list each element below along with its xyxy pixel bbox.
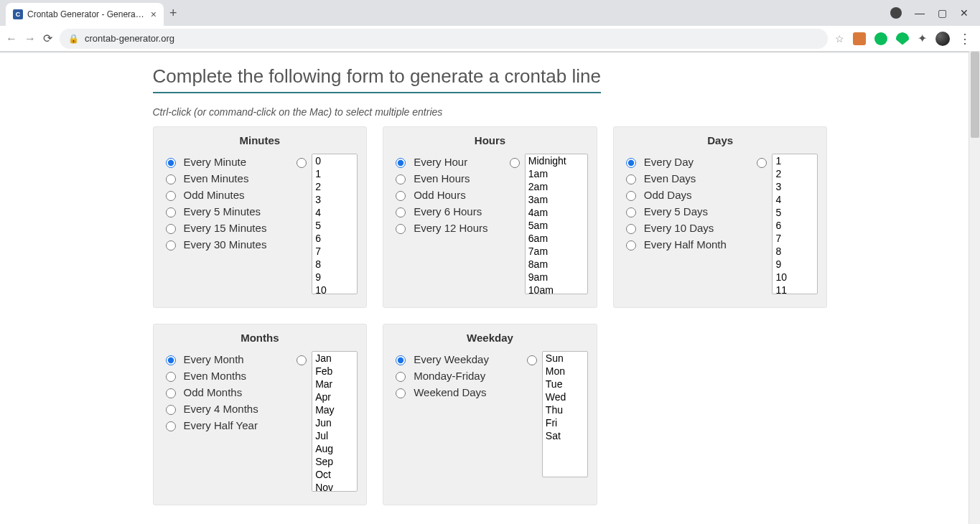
days-radio[interactable]: [626, 240, 636, 251]
days-option-label: Every Half Month: [644, 238, 727, 251]
minutes-radio[interactable]: [166, 191, 176, 201]
hours-option[interactable]: Every 6 Hours: [392, 203, 502, 220]
avatar[interactable]: [935, 32, 950, 46]
hours-radio[interactable]: [396, 158, 406, 168]
panel-months-title: Months: [162, 332, 358, 344]
extensions-icon[interactable]: ✦: [918, 32, 927, 45]
toolbar-right: ☆ ✦ ⋮: [835, 31, 974, 47]
page-title: Complete the following form to generate …: [153, 65, 601, 93]
extension-icon[interactable]: [853, 32, 866, 45]
browser-tab[interactable]: C Crontab Generator - Generate cr ×: [6, 3, 164, 26]
browser-toolbar: ← → ⟳ 🔒 crontab-generator.org ☆ ✦ ⋮: [0, 26, 980, 52]
minutes-radio[interactable]: [166, 224, 176, 234]
months-radio[interactable]: [166, 405, 176, 415]
weekday-radio[interactable]: [396, 355, 406, 365]
minutes-option-label: Every 15 Minutes: [184, 222, 267, 234]
weekday-select[interactable]: SunMonTueWedThuFriSat: [542, 351, 588, 477]
days-option[interactable]: Odd Days: [622, 187, 750, 203]
hours-radio-group: Every HourEven HoursOdd HoursEvery 6 Hou…: [392, 154, 502, 236]
hours-option-label: Every Hour: [414, 156, 467, 168]
minutes-option[interactable]: Every 15 Minutes: [162, 220, 289, 236]
page-scrollbar[interactable]: [969, 52, 980, 524]
days-specific-radio[interactable]: [757, 158, 767, 168]
weekday-specific-radio[interactable]: [527, 355, 537, 365]
days-radio[interactable]: [626, 174, 636, 184]
weekday-radio[interactable]: [396, 388, 406, 398]
shield-icon[interactable]: [896, 32, 909, 45]
address-bar[interactable]: 🔒 crontab-generator.org: [60, 29, 828, 49]
months-option[interactable]: Every Month: [162, 351, 289, 368]
minutes-radio[interactable]: [166, 174, 176, 184]
days-option[interactable]: Every 5 Days: [622, 203, 750, 220]
hours-radio[interactable]: [396, 191, 406, 201]
grammarly-icon[interactable]: [874, 32, 887, 45]
days-radio[interactable]: [626, 191, 636, 201]
days-option[interactable]: Even Days: [622, 170, 750, 187]
minutes-option[interactable]: Odd Minutes: [162, 187, 289, 203]
months-radio[interactable]: [166, 372, 176, 382]
scrollbar-thumb[interactable]: [971, 52, 979, 138]
days-option[interactable]: Every 10 Days: [622, 220, 750, 236]
account-icon[interactable]: [890, 7, 902, 19]
weekday-option[interactable]: Weekend Days: [392, 384, 519, 401]
new-tab-button[interactable]: +: [169, 6, 177, 21]
days-select[interactable]: 123456789101112131415: [772, 154, 818, 294]
menu-icon[interactable]: ⋮: [958, 31, 970, 47]
panel-hours-title: Hours: [392, 134, 588, 146]
close-icon[interactable]: ×: [151, 9, 157, 20]
hours-option[interactable]: Every 12 Hours: [392, 220, 502, 236]
panel-months: Months Every MonthEven MonthsOdd MonthsE…: [153, 324, 368, 505]
days-radio[interactable]: [626, 158, 636, 168]
days-option-label: Every Day: [644, 156, 694, 168]
hours-option[interactable]: Odd Hours: [392, 187, 502, 203]
maximize-button[interactable]: ▢: [938, 7, 947, 19]
days-option-label: Even Days: [644, 172, 696, 184]
minutes-option[interactable]: Every 30 Minutes: [162, 236, 289, 253]
minutes-radio[interactable]: [166, 207, 176, 217]
minutes-option[interactable]: Every Minute: [162, 154, 289, 170]
hours-option[interactable]: Every Hour: [392, 154, 502, 170]
minutes-option[interactable]: Every 5 Minutes: [162, 203, 289, 220]
back-button[interactable]: ←: [6, 32, 17, 45]
days-option[interactable]: Every Day: [622, 154, 750, 170]
days-option-label: Every 5 Days: [644, 205, 708, 217]
panel-days-title: Days: [622, 134, 818, 146]
months-radio[interactable]: [166, 355, 176, 365]
minimize-button[interactable]: —: [915, 7, 925, 19]
minutes-option[interactable]: Even Minutes: [162, 170, 289, 187]
months-option[interactable]: Every Half Year: [162, 417, 289, 434]
hours-radio[interactable]: [396, 207, 406, 217]
minutes-radio[interactable]: [166, 240, 176, 251]
hours-radio[interactable]: [396, 224, 406, 234]
minutes-radio[interactable]: [166, 158, 176, 168]
weekday-option[interactable]: Monday-Friday: [392, 368, 519, 384]
forward-button[interactable]: →: [24, 32, 36, 45]
months-option[interactable]: Every 4 Months: [162, 401, 289, 417]
weekday-option[interactable]: Every Weekday: [392, 351, 519, 368]
hours-select[interactable]: Midnight1am2am3am4am5am6am7am8am9am10am1…: [525, 154, 588, 294]
hours-specific-radio[interactable]: [510, 158, 520, 168]
help-text: Ctrl-click (or command-click on the Mac)…: [153, 106, 828, 118]
months-option[interactable]: Even Months: [162, 368, 289, 384]
months-specific-radio[interactable]: [297, 355, 307, 365]
hours-option[interactable]: Even Hours: [392, 170, 502, 187]
days-radio[interactable]: [626, 224, 636, 234]
weekday-option-label: Weekend Days: [414, 386, 486, 398]
panel-minutes: Minutes Every MinuteEven MinutesOdd Minu…: [153, 126, 368, 308]
months-radio[interactable]: [166, 388, 176, 398]
weekday-radio[interactable]: [396, 372, 406, 382]
close-window-button[interactable]: ✕: [960, 7, 969, 19]
hours-option-label: Odd Hours: [414, 189, 466, 201]
reload-button[interactable]: ⟳: [43, 32, 52, 45]
months-option-label: Every 4 Months: [184, 403, 258, 415]
minutes-select[interactable]: 0123456789101112131415: [312, 154, 358, 294]
hours-radio[interactable]: [396, 174, 406, 184]
months-select[interactable]: JanFebMarAprMayJunJulAugSepOctNovDec: [312, 351, 358, 492]
bookmark-icon[interactable]: ☆: [835, 33, 844, 45]
months-radio[interactable]: [166, 421, 176, 431]
days-radio[interactable]: [626, 207, 636, 217]
months-option[interactable]: Odd Months: [162, 384, 289, 401]
days-option[interactable]: Every Half Month: [622, 236, 750, 253]
panels-row-1: Minutes Every MinuteEven MinutesOdd Minu…: [153, 126, 828, 308]
minutes-specific-radio[interactable]: [297, 158, 307, 168]
